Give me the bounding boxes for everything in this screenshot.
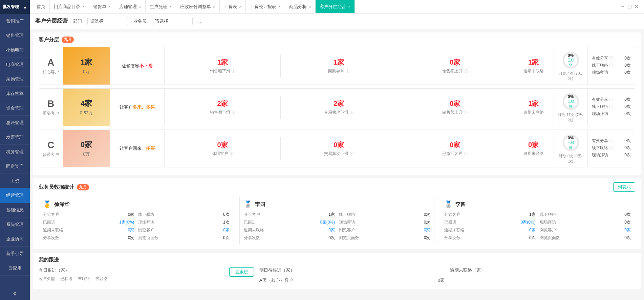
- biz-section-header: 业务员数据统计 九月 列表式: [39, 182, 635, 192]
- biz-section-title: 业务员数据统计: [39, 184, 74, 190]
- tier-label-B: B重要客户: [39, 89, 63, 126]
- tab-7[interactable]: 工资统计报表×: [246, 0, 285, 14]
- sidebar-item-16[interactable]: 新手引导: [0, 247, 30, 261]
- tier-circle-C: 0% 已联络 计划 0次 (0天/次): [554, 130, 587, 167]
- filter-more-icon[interactable]: ...: [198, 18, 202, 24]
- tab-close-2[interactable]: ×: [108, 4, 111, 9]
- sidebar-item-3[interactable]: 电商管理: [0, 57, 30, 72]
- tier-metrics-C: 0家休眠客户 ⓘ0家交易频次下滑 ⓘ0家已激活客户 ⓘ: [164, 130, 513, 167]
- tab-0[interactable]: 首页: [33, 0, 50, 14]
- tab-close-5[interactable]: ×: [213, 4, 215, 9]
- sidebar-item-1[interactable]: 销售管理: [0, 28, 30, 43]
- biz-section: 业务员数据统计 九月 列表式 🥇徐泽华分管客户0家线下联络0次已跟进1家(0%)…: [33, 178, 641, 249]
- tab-close-8[interactable]: ×: [309, 4, 311, 9]
- today-followup-col: 今日跟进（家） 客户类型 已联络 末联络 去联络: [39, 267, 224, 284]
- sidebar-item-7[interactable]: 总账管理: [0, 116, 30, 130]
- list-view-button[interactable]: 列表式: [613, 182, 635, 192]
- tier-circle-A: 0% 已联络 计划 4次 (7天/次): [554, 47, 587, 85]
- sidebar-item-14[interactable]: 系统管理: [0, 217, 30, 232]
- right-stat-A-1: 线下联络 ⓘ0次: [592, 63, 631, 68]
- agent-stat-0-5: 浏览客户0家: [138, 227, 229, 233]
- tab-9[interactable]: 客户分层经营×: [316, 0, 355, 14]
- tab-3[interactable]: 店铺管理×: [115, 0, 146, 14]
- dept-label: 部门: [73, 18, 82, 24]
- tier-row-B: B重要客户4家0.53万让客户多来、多买2家销售额下滑 ⓘ2家交易频次下滑 ⓘ0…: [39, 88, 635, 126]
- sidebar-item-0[interactable]: 营销推广: [0, 14, 30, 28]
- sidebar-item-4[interactable]: 采购管理: [0, 72, 30, 87]
- tab-4[interactable]: 生成凭证×: [146, 0, 176, 14]
- tier-circle-B: 0% 已联络 计划 17次 (7天/次): [554, 89, 587, 126]
- tier-label-C: C普通客户: [39, 130, 63, 167]
- dept-select[interactable]: 请选择: [87, 17, 128, 25]
- right-stat-C-0: 有效分享 ⓘ0次: [592, 138, 631, 144]
- agent-stat-0-7: 浏览页面数0次: [138, 235, 229, 241]
- tab-close-6[interactable]: ×: [239, 4, 241, 9]
- tab-8[interactable]: 商品分析×: [285, 0, 316, 14]
- tab-5[interactable]: 应收应付调整单×: [176, 0, 220, 14]
- tab-close-7[interactable]: ×: [278, 4, 281, 9]
- agent-stat-1-1: 线下联络0次: [339, 212, 430, 217]
- tab-2[interactable]: 销货单×: [89, 0, 115, 14]
- tier-row-A: A核心客户1家0万让销售额不下滑1家销售额下滑 ⓘ1家回购异常 ⓘ0家销售额上升…: [39, 47, 635, 85]
- tier-right-stats-A: 有效分享 ⓘ0次线下联络 ⓘ0次现场拜访 0次: [587, 47, 635, 85]
- tier-right-stats-C: 有效分享 ⓘ0次线下联络 ⓘ0次现场拜访 0次: [587, 130, 635, 167]
- agent-stat-1-3: 现场拜访0次: [339, 220, 430, 225]
- sidebar-item-11[interactable]: 工资: [0, 174, 30, 188]
- tab-6[interactable]: 工资表×: [220, 0, 246, 14]
- tier-stats-A: 1家0万: [63, 47, 110, 85]
- window-minimize-icon[interactable]: －: [620, 3, 625, 10]
- agent-select[interactable]: 请选择: [152, 17, 193, 25]
- agent-stat-0-1: 线下联络0次: [138, 212, 229, 217]
- sidebar-header[interactable]: 批发管理 ▲: [0, 0, 30, 14]
- tier-suggestion-A: 让销售额不下滑: [110, 47, 164, 85]
- tier-metric-B-2: 0家销售额上升 ⓘ: [397, 96, 513, 119]
- sidebar-item-15[interactable]: 企业协同: [0, 232, 30, 247]
- agent-stat-1-4: 逾期未联络0家: [244, 227, 335, 233]
- filter-bar: 客户分层经营 部门 请选择 业务员 请选择 ...: [30, 14, 644, 29]
- sidebar-item-17[interactable]: 云应用: [0, 261, 30, 276]
- tab-close-4[interactable]: ×: [169, 4, 172, 9]
- tab-1[interactable]: 门店商品目录×: [50, 0, 89, 14]
- sidebar-item-12[interactable]: 经营管理: [0, 188, 30, 203]
- sidebar-item-13[interactable]: 基础信息: [0, 203, 30, 217]
- agent-stat-2-6: 分享次数0次: [444, 235, 535, 241]
- agent-card-2: 🥈李四分管客户1家线下联络0次已跟进0家(0%)现场拜访0次逾期未联络0家浏览客…: [440, 196, 635, 245]
- tomorrow-followup-col: 明日待跟进（家） A类（核心）客户 0家: [259, 267, 445, 285]
- agent-medal-2: 🥈: [444, 200, 453, 208]
- followup-title: 我的跟进: [39, 257, 635, 263]
- agent-stat-0-6: 分享次数0次: [43, 235, 134, 241]
- sidebar-settings[interactable]: ⚙: [0, 287, 30, 300]
- sidebar-collapse-icon: ▲: [23, 5, 27, 9]
- agent-card-1: 🥈李四分管客户1家线下联络0次已跟进0家(0%)现场拜访0次逾期未联络0家浏览客…: [239, 196, 435, 245]
- right-stat-C-2: 现场拜访 0次: [592, 152, 631, 158]
- main-area: 首页门店商品目录×销货单×店铺管理×生成凭证×应收应付调整单×工资表×工资统计报…: [30, 0, 644, 300]
- sidebar-item-2[interactable]: 小畅电商: [0, 43, 30, 57]
- tier-metric-B-0: 2家销售额下滑 ⓘ: [165, 96, 281, 119]
- tier-label-A: A核心客户: [39, 47, 63, 85]
- right-stat-B-2: 现场拜访 0次: [592, 111, 631, 117]
- sidebar-item-5[interactable]: 库存核算: [0, 87, 30, 101]
- right-stat-A-2: 现场拜访 0次: [592, 70, 631, 75]
- sidebar-item-10[interactable]: 固定资产: [0, 159, 30, 174]
- agent-stat-0-0: 分管客户0家: [43, 212, 134, 217]
- agent-stat-1-5: 浏览客户0家: [339, 227, 430, 233]
- goto-followup-button[interactable]: 去跟进: [229, 267, 254, 277]
- agent-stats-1: 分管客户1家线下联络0次已跟进0家(0%)现场拜访0次逾期未联络0家浏览客户0家…: [244, 212, 430, 241]
- tab-close-1[interactable]: ×: [82, 4, 85, 9]
- tab-close-9[interactable]: ×: [348, 4, 350, 9]
- sidebar-item-9[interactable]: 税务管理: [0, 145, 30, 159]
- tab-close-3[interactable]: ×: [139, 4, 141, 9]
- agent-stat-2-1: 线下联络0次: [540, 212, 631, 217]
- sidebar-item-8[interactable]: 发票管理: [0, 130, 30, 145]
- agent-stat-0-3: 现场拜访1次: [138, 220, 229, 225]
- sidebar-item-6[interactable]: 资金管理: [0, 101, 30, 116]
- tier-row-C: C普通客户0家0万让客户回来、多买0家休眠客户 ⓘ0家交易频次下滑 ⓘ0家已激活…: [39, 130, 635, 167]
- window-close-icon[interactable]: ✕: [634, 3, 639, 10]
- customer-section: 客户分层 九月 A核心客户1家0万让销售额不下滑1家销售额下滑 ⓘ1家回购异常 …: [33, 32, 641, 175]
- tier-right-stats-B: 有效分享 ⓘ0次线下联络 ⓘ0次现场拜访 0次: [587, 89, 635, 126]
- window-maximize-icon[interactable]: □: [628, 4, 631, 10]
- agent-stat-0-4: 逾期未联络0家: [43, 227, 134, 233]
- right-stat-B-1: 线下联络 ⓘ0次: [592, 104, 631, 110]
- agent-label: 业务员: [133, 18, 147, 24]
- tier-metric-A-0: 1家销售额下滑 ⓘ: [165, 54, 281, 77]
